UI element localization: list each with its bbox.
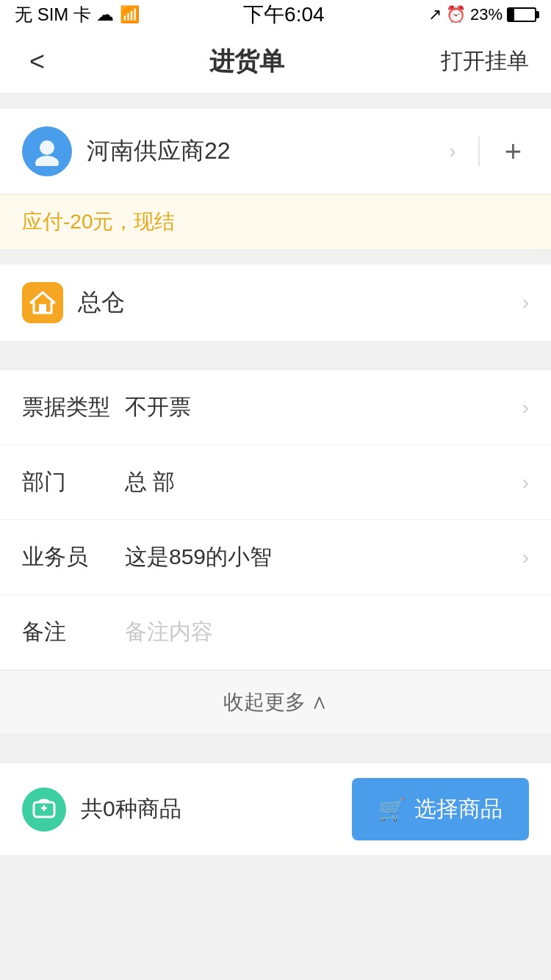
section-gap-1 xyxy=(0,94,551,109)
status-right: ↗ ⏰ 23% xyxy=(428,5,536,24)
remark-label: 备注 xyxy=(22,617,125,647)
remark-input[interactable]: 备注内容 xyxy=(125,617,529,647)
department-value: 总 部 xyxy=(125,467,522,497)
status-bar: 无 SIM 卡 ☁ 📶 下午6:04 ↗ ⏰ 23% xyxy=(0,0,551,29)
battery-label: 23% xyxy=(470,5,503,24)
product-icon xyxy=(22,788,66,832)
open-pending-button[interactable]: 打开挂单 xyxy=(441,46,529,76)
product-count-label: 共0种商品 xyxy=(81,794,181,824)
section-gap-4 xyxy=(0,734,551,749)
department-row[interactable]: 部门 总 部 › xyxy=(0,445,551,520)
svg-rect-3 xyxy=(39,304,46,313)
supplier-row[interactable]: 河南供应商22 › + xyxy=(0,109,551,194)
nav-bar: < 进货单 打开挂单 xyxy=(0,29,551,94)
invoice-type-value: 不开票 xyxy=(125,392,522,422)
alarm-icon: ⏰ xyxy=(446,5,466,24)
battery-icon xyxy=(507,7,536,22)
sim-label: 无 SIM 卡 ☁ xyxy=(15,3,114,26)
supplier-section: 河南供应商22 › + 应付-20元，现结 xyxy=(0,109,551,249)
page-title: 进货单 xyxy=(209,45,284,79)
form-section: 票据类型 不开票 › 部门 总 部 › 业务员 这是859的小智 › 备注 备注… xyxy=(0,370,551,734)
location-icon: ↗ xyxy=(428,5,442,24)
status-time: 下午6:04 xyxy=(243,1,325,29)
supplier-name: 河南供应商22 xyxy=(87,135,449,167)
house-icon xyxy=(29,289,56,316)
alert-banner: 应付-20元，现结 xyxy=(0,194,551,249)
collapse-button[interactable]: 收起更多 ∧ xyxy=(0,670,551,734)
department-chevron-icon: › xyxy=(522,471,529,494)
supplier-avatar xyxy=(22,126,72,176)
section-gap-3 xyxy=(0,341,551,356)
svg-point-0 xyxy=(40,140,54,155)
svg-point-1 xyxy=(35,156,59,166)
remark-row[interactable]: 备注 备注内容 xyxy=(0,595,551,670)
warehouse-row[interactable]: 总仓 › xyxy=(0,264,551,341)
cart-icon xyxy=(31,796,57,823)
department-label: 部门 xyxy=(22,467,125,497)
supplier-chevron-icon: › xyxy=(449,140,455,163)
warehouse-section: 总仓 › xyxy=(0,264,551,341)
salesperson-chevron-icon: › xyxy=(522,546,529,569)
bottom-bar: 共0种商品 🛒 选择商品 xyxy=(0,763,551,855)
wifi-icon: 📶 xyxy=(120,5,140,24)
invoice-type-label: 票据类型 xyxy=(22,392,125,422)
invoice-type-row[interactable]: 票据类型 不开票 › xyxy=(0,370,551,445)
salesperson-label: 业务员 xyxy=(22,542,125,572)
add-supplier-button[interactable]: + xyxy=(497,135,529,168)
warehouse-chevron-icon: › xyxy=(522,291,529,314)
user-icon xyxy=(32,137,62,166)
divider xyxy=(478,137,480,166)
warehouse-icon xyxy=(22,282,63,323)
status-left: 无 SIM 卡 ☁ 📶 xyxy=(15,3,140,26)
back-button[interactable]: < xyxy=(22,39,52,84)
section-gap-2 xyxy=(0,249,551,264)
product-info: 共0种商品 xyxy=(22,788,181,832)
select-product-label: 选择商品 xyxy=(414,794,503,824)
invoice-type-chevron-icon: › xyxy=(522,396,529,419)
salesperson-value: 这是859的小智 xyxy=(125,542,522,572)
select-product-icon: 🛒 xyxy=(378,796,406,822)
salesperson-row[interactable]: 业务员 这是859的小智 › xyxy=(0,520,551,595)
select-product-button[interactable]: 🛒 选择商品 xyxy=(352,778,529,840)
warehouse-name: 总仓 xyxy=(78,287,522,319)
